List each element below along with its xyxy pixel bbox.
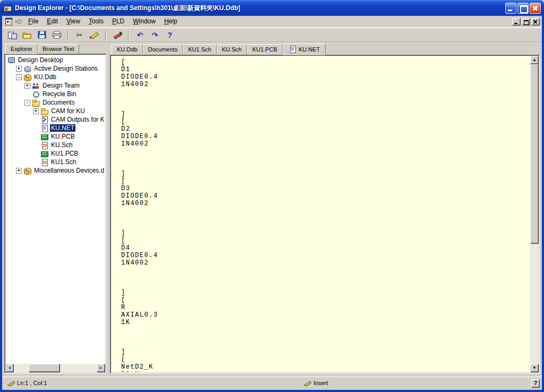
document-icon (4, 18, 13, 26)
save-icon (38, 31, 46, 39)
pencil-button[interactable] (88, 29, 101, 41)
undo-button[interactable]: ↶ (133, 29, 147, 41)
document-panel: KU.Ddb Documents KU1.Sch KU.Sch KU1.PCB … (110, 44, 540, 373)
menu-file[interactable]: File (24, 16, 42, 27)
tab-ku-net[interactable]: KU.NET (283, 44, 326, 55)
save-button[interactable] (35, 29, 48, 41)
tree-item-recycle-bin[interactable]: Recycle Bin (6, 90, 104, 98)
cursor-position: Ln:1 , Col:1 (17, 380, 47, 386)
tree-item-ku-net[interactable]: KU.NET (6, 124, 104, 132)
explorer-panel: Explorer Browse Text Design Desktop + Ac… (4, 44, 106, 373)
collapse-toggle[interactable]: - (16, 74, 22, 80)
main-content: Explorer Browse Text Design Desktop + Ac… (2, 42, 542, 377)
close-button[interactable] (530, 3, 541, 14)
scrollbar-track[interactable] (14, 364, 97, 372)
panels-icon (7, 31, 17, 39)
mdi-minimize-button[interactable] (512, 18, 521, 25)
expand-toggle[interactable]: + (16, 168, 22, 174)
menu-window[interactable]: Window (129, 16, 159, 27)
database-icon (23, 74, 31, 81)
tab-ku-sch[interactable]: KU.Sch (217, 44, 247, 55)
tree-item-cam-outputs-for-ku[interactable]: CAM Outputs for KU (6, 115, 104, 124)
tree-item-design-team[interactable]: + Design Team (6, 81, 104, 90)
tree-item-ku1-pcb[interactable]: KU1.PCB (6, 149, 104, 158)
pcb-icon (40, 150, 48, 157)
netlist-editor[interactable]: [ D1 DIODE0.4 1N4002 ] [ D2 DIODE0.4 1N4… (121, 58, 529, 372)
toolbar: ✂ ↶ ↷ ? (2, 28, 542, 42)
scrollbar-thumb[interactable] (29, 364, 60, 372)
tab-explorer[interactable]: Explorer (5, 44, 38, 54)
menu-pld[interactable]: PLD (108, 16, 128, 27)
tab-documents[interactable]: Documents (143, 44, 183, 55)
expand-toggle[interactable]: + (24, 83, 30, 89)
scroll-right-button[interactable]: ► (97, 364, 105, 372)
help-button[interactable]: ? (163, 29, 176, 41)
design-tree: Design Desktop + Active Design Stations … (6, 56, 104, 363)
tab-ku1-sch[interactable]: KU1.Sch (183, 44, 216, 55)
pcb-icon (40, 133, 48, 140)
menu-help[interactable]: Help (160, 16, 181, 27)
horizontal-scrollbar[interactable]: ◄ ► (5, 364, 105, 372)
selected-tree-item-label: KU.NET (50, 124, 75, 132)
arrow-down-icon: ▼ (532, 366, 537, 370)
menu-view[interactable]: View (63, 16, 84, 27)
folder-icon (40, 108, 48, 115)
menu-tools[interactable]: Tools (85, 16, 107, 27)
cam-icon (40, 116, 48, 123)
toolbar-separator (105, 30, 106, 40)
tree-item-ku-sch[interactable]: KU.Sch (6, 141, 104, 149)
vertical-scrollbar[interactable]: ▲ ▼ (530, 56, 539, 372)
mdi-restore-button[interactable] (522, 18, 530, 25)
maximize-button[interactable] (517, 3, 529, 14)
scrollbar-thumb[interactable] (530, 64, 539, 244)
toggle-panels-button[interactable] (5, 29, 19, 41)
scroll-left-button[interactable]: ◄ (5, 364, 14, 372)
tab-browse-text[interactable]: Browse Text (38, 44, 79, 54)
tree-item-design-desktop[interactable]: Design Desktop (6, 56, 104, 64)
tree-item-miscellaneous-devices[interactable]: + Miscellaneous Devices.ddb (6, 166, 104, 175)
database-icon (23, 167, 31, 174)
collapse-toggle[interactable]: - (24, 100, 30, 106)
tree-item-active-design-stations[interactable]: + Active Design Stations (6, 64, 104, 73)
document-tabbar: KU.Ddb Documents KU1.Sch KU.Sch KU1.PCB … (110, 44, 540, 55)
menu-edit[interactable]: Edit (43, 16, 62, 27)
help-icon: ? (167, 31, 172, 39)
explorer-tabbar: Explorer Browse Text (4, 44, 106, 54)
expand-toggle[interactable]: + (16, 66, 22, 72)
tree-item-ku1-sch[interactable]: KU1.Sch (6, 158, 104, 166)
open-button[interactable] (20, 29, 33, 41)
toolbar-separator (128, 30, 129, 40)
cut-button[interactable]: ✂ (73, 29, 86, 41)
print-icon (52, 31, 62, 39)
schematic-icon (40, 142, 48, 149)
minimize-button[interactable] (505, 3, 516, 14)
status-help-button[interactable]: ? (531, 379, 540, 388)
editor-container: [ D1 DIODE0.4 1N4002 ] [ D2 DIODE0.4 1N4… (110, 55, 540, 373)
mdi-close-button[interactable] (531, 18, 540, 25)
arrow-up-icon: ▲ (532, 58, 537, 62)
folder-open-icon (32, 99, 40, 106)
window-title: Design Explorer - [C:\Documents and Sett… (15, 4, 240, 13)
tree-item-cam-for-ku[interactable]: + CAM for KU (6, 107, 104, 115)
redo-button[interactable]: ↷ (148, 29, 162, 41)
tab-ku1-pcb[interactable]: KU1.PCB (247, 44, 283, 55)
expand-toggle[interactable]: + (33, 108, 39, 114)
status-bar: Ln:1 , Col:1 Insert ? (2, 377, 542, 390)
desktop-icon (7, 57, 15, 64)
scissors-icon: ✂ (76, 31, 83, 39)
tree-item-ku-ddb[interactable]: - KU.Ddb (6, 73, 104, 81)
print-button[interactable] (50, 29, 63, 41)
scroll-down-button[interactable]: ▼ (530, 364, 539, 372)
team-icon (32, 82, 40, 89)
brush-button[interactable] (110, 29, 124, 41)
scrollbar-track[interactable] (530, 64, 539, 364)
netlist-icon (288, 46, 296, 53)
tab-ku-ddb[interactable]: KU.Ddb (112, 44, 143, 55)
app-icon (3, 4, 12, 12)
tree-item-documents[interactable]: - Documents (6, 98, 104, 107)
toolbar-separator (67, 30, 69, 40)
scroll-up-button[interactable]: ▲ (530, 56, 539, 64)
arrow-left-icon: ◄ (7, 366, 12, 370)
tree-item-ku-pcb[interactable]: KU.PCB (6, 132, 104, 141)
undo-icon: ↶ (137, 31, 143, 39)
